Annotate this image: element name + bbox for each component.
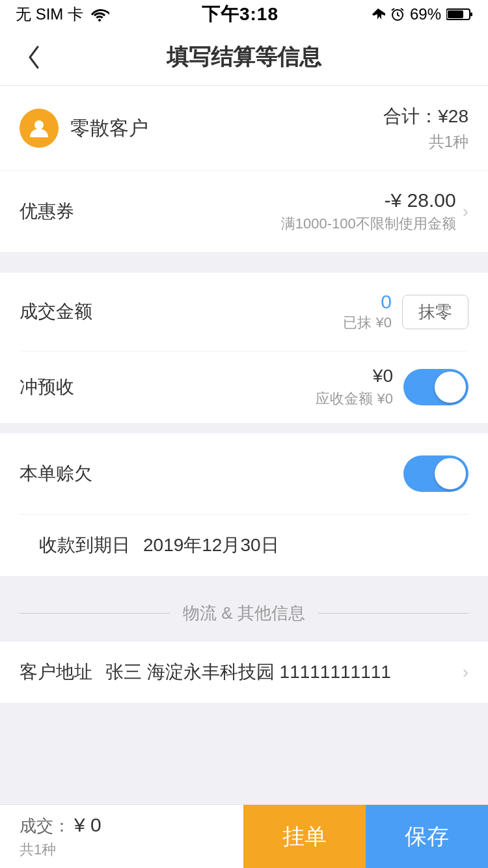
coupon-desc: 满1000-100不限制使用金额 (281, 214, 456, 234)
prepay-right: ¥0 应收金额 ¥0 (316, 366, 468, 409)
coupon-right-content: -¥ 28.00 满1000-100不限制使用金额 (281, 189, 456, 234)
debit-toggle-knob (435, 458, 466, 489)
round-zero-button[interactable]: 抹零 (402, 295, 468, 329)
total-count: 共1种 (383, 131, 468, 152)
due-date-label: 收款到期日 (39, 533, 130, 558)
transaction-section: 成交金额 0 已抹 ¥0 抹零 冲预收 ¥0 应收金额 ¥0 (0, 273, 488, 423)
transaction-amount-row: 成交金额 0 已抹 ¥0 抹零 (20, 273, 468, 351)
battery-icon (446, 8, 472, 21)
address-row[interactable]: 客户地址 张三 海淀永丰科技园 11111111111 › (0, 642, 488, 703)
debit-toggle[interactable] (403, 455, 468, 492)
battery-text: 69% (410, 5, 441, 23)
status-right: 69% (371, 5, 472, 23)
coupon-discount: -¥ 28.00 (281, 189, 456, 211)
suspend-button[interactable]: 挂单 (243, 805, 366, 869)
prepay-amount: ¥0 (316, 366, 393, 387)
prepay-receivable: 应收金额 ¥0 (316, 389, 393, 409)
customer-section: 零散客户 合计：¥28 共1种 优惠券 -¥ 28.00 满1000-100不限… (0, 86, 488, 252)
due-date-value: 2019年12月30日 (143, 533, 279, 558)
due-date-row: 收款到期日 2019年12月30日 (20, 514, 468, 576)
coupon-label: 优惠券 (20, 199, 74, 224)
transaction-amount-right: 0 已抹 ¥0 抹零 (343, 291, 468, 332)
total-amount: 合计：¥28 (383, 104, 468, 129)
svg-point-4 (34, 120, 44, 129)
customer-right: 合计：¥28 共1种 (383, 104, 468, 152)
section-divider-2 (0, 423, 488, 433)
bottom-summary: 成交： ¥ 0 共1种 (0, 814, 243, 860)
bottom-count: 共1种 (20, 840, 224, 860)
prepay-label: 冲预收 (20, 375, 74, 400)
logistics-text: 物流 & 其他信息 (170, 602, 318, 625)
avatar-icon (27, 116, 51, 140)
main-content: 零散客户 合计：¥28 共1种 优惠券 -¥ 28.00 满1000-100不限… (0, 86, 488, 768)
status-bar: 无 SIM 卡 下午3:18 69% (0, 0, 488, 29)
already-rounded-text: 已抹 ¥0 (343, 313, 392, 332)
coupon-chevron-icon: › (463, 201, 468, 222)
logistics-section: 物流 & 其他信息 (0, 586, 488, 640)
coupon-row[interactable]: 优惠券 -¥ 28.00 满1000-100不限制使用金额 › (0, 170, 488, 252)
prepay-toggle[interactable] (403, 369, 468, 405)
no-sim-text: 无 SIM 卡 (16, 4, 83, 25)
back-button[interactable] (20, 43, 48, 72)
bottom-deal-amount: ¥ 0 (74, 814, 102, 836)
prepay-row: 冲预收 ¥0 应收金额 ¥0 (20, 351, 468, 423)
save-button[interactable]: 保存 (366, 805, 488, 869)
section-divider-1 (0, 262, 488, 273)
address-value: 张三 海淀永丰科技园 11111111111 (105, 660, 463, 685)
alarm-icon (390, 7, 405, 21)
coupon-right: -¥ 28.00 满1000-100不限制使用金额 › (281, 189, 468, 234)
prepay-toggle-knob (435, 372, 466, 403)
location-icon (371, 7, 385, 21)
customer-row: 零散客户 合计：¥28 共1种 (0, 86, 488, 170)
nav-bar: 填写结算等信息 (0, 29, 488, 86)
debit-row: 本单赊欠 (20, 433, 468, 514)
address-chevron-icon: › (463, 662, 468, 683)
transaction-amount-label: 成交金额 (20, 299, 92, 324)
debit-section: 本单赊欠 收款到期日 2019年12月30日 (0, 433, 488, 576)
prepay-values: ¥0 应收金额 ¥0 (316, 366, 393, 409)
status-time: 下午3:18 (202, 2, 278, 27)
customer-left: 零散客户 (20, 109, 148, 148)
address-label: 客户地址 (20, 660, 92, 685)
status-left: 无 SIM 卡 (16, 4, 109, 25)
svg-rect-2 (470, 12, 472, 16)
bottom-deal: 成交： ¥ 0 (20, 814, 224, 837)
logistics-divider-left (20, 613, 170, 614)
debit-label: 本单赊欠 (20, 461, 92, 486)
bottom-deal-label: 成交： (20, 815, 70, 837)
customer-name: 零散客户 (70, 115, 148, 142)
transaction-amount-value: 0 (381, 291, 392, 312)
bottom-bar: 成交： ¥ 0 共1种 挂单 保存 (0, 804, 488, 868)
section-divider-3 (0, 576, 488, 586)
logistics-divider-right (318, 613, 468, 614)
nav-title: 填写结算等信息 (167, 42, 321, 72)
wifi-icon (90, 7, 109, 21)
svg-rect-3 (448, 10, 463, 18)
customer-avatar (20, 109, 59, 148)
